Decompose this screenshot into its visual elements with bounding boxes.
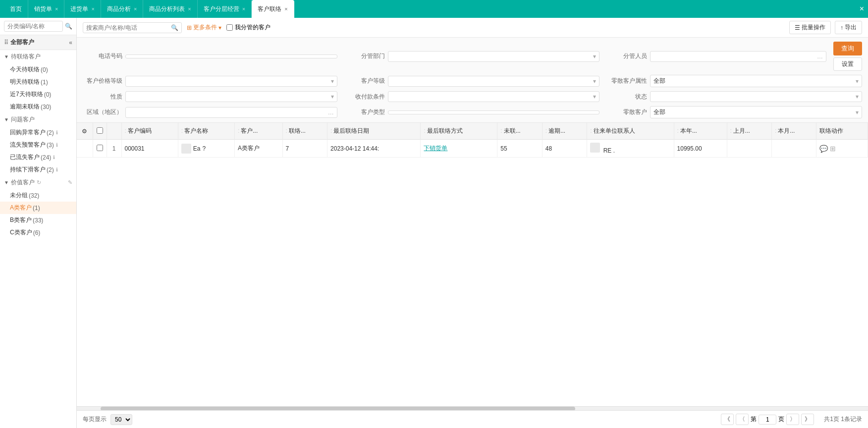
payment-select[interactable]: ▾	[388, 91, 600, 102]
sidebar-item-b-class[interactable]: B类客户 (33)	[0, 214, 76, 226]
filter-search-input[interactable]	[86, 24, 171, 31]
status-select[interactable]: ▾	[650, 91, 862, 102]
row-last-month	[727, 140, 771, 158]
page-end-label: 页	[778, 415, 784, 424]
info-icon-3[interactable]: ℹ	[53, 155, 55, 160]
tab-home[interactable]: 首页	[4, 0, 28, 18]
tab-sales[interactable]: 销货单 ×	[28, 0, 64, 18]
all-customers-header[interactable]: ⠿ 全部客户 «	[0, 35, 76, 50]
sidebar-item-near7[interactable]: 近7天待联络 (0)	[0, 88, 76, 101]
my-customers-check-input[interactable]	[226, 24, 233, 31]
region-select[interactable]: …	[125, 107, 337, 118]
sidebar-item-overdue[interactable]: 逾期未联络 (30)	[0, 101, 76, 113]
tab-sales-close[interactable]: ×	[55, 6, 58, 12]
retail-attr-select[interactable]: 全部 ▾	[650, 75, 862, 87]
customer-type-label: 客户类型	[345, 108, 385, 116]
filter-row-region: 区域（地区） …	[83, 106, 337, 118]
item-lost-count: (24)	[41, 154, 51, 161]
row-code: 000031	[121, 140, 178, 158]
row-no-contact: 55	[497, 140, 542, 158]
my-customers-label: 我分管的客户	[235, 23, 271, 32]
refresh-icon[interactable]: ↻	[37, 179, 41, 186]
filter-row-status: 状态 ▾	[607, 91, 862, 102]
tab-goods-list-close[interactable]: ×	[188, 6, 191, 12]
row-check[interactable]	[93, 140, 107, 158]
last-page-btn[interactable]: 》	[801, 414, 814, 425]
export-btn[interactable]: ↑ 导出	[835, 21, 862, 34]
tab-customer-contact[interactable]: 客户联络 ×	[252, 0, 294, 18]
page-size-select[interactable]: 50	[110, 414, 132, 425]
next-page-btn[interactable]: 〉	[786, 414, 799, 425]
last-method-link[interactable]: 下销货单	[424, 145, 447, 152]
sidebar-group-problem[interactable]: ▼ 问题客户	[0, 113, 76, 126]
phone-input[interactable]	[125, 54, 337, 58]
tab-goods-list[interactable]: 商品分析列表 ×	[143, 0, 197, 18]
price-level-select[interactable]: ▾	[125, 76, 337, 87]
query-btn[interactable]: 查询	[833, 42, 862, 55]
manager-select[interactable]: …	[650, 51, 826, 62]
row-last-method[interactable]: 下销货单	[421, 140, 497, 158]
row-checkbox[interactable]	[97, 145, 103, 151]
tab-purchase[interactable]: 进货单 ×	[64, 0, 101, 18]
tab-purchase-close[interactable]: ×	[91, 6, 94, 12]
batch-label: 批量操作	[802, 23, 825, 32]
collapse-icon[interactable]: «	[69, 39, 72, 46]
tab-goods-analysis-close[interactable]: ×	[134, 6, 137, 12]
col-gear[interactable]: ⚙	[77, 123, 93, 140]
item-tomorrow-label: 明天待联络	[10, 78, 40, 86]
customer-type-input[interactable]	[388, 110, 600, 114]
info-icon-1[interactable]: ℹ	[56, 130, 58, 135]
retail-customer-select[interactable]: 全部 ▾	[650, 106, 862, 118]
nature-select[interactable]: ▾	[125, 91, 337, 102]
edit-icon[interactable]: ✎	[68, 179, 72, 186]
col-name: :客户名称	[178, 123, 234, 140]
sidebar-item-today[interactable]: 今天待联络 (0)	[0, 63, 76, 76]
col-last-month: :上月...	[727, 123, 771, 140]
prev-page-btn[interactable]: 〈	[736, 414, 749, 425]
first-page-btn[interactable]: 《	[721, 414, 734, 425]
item-b-count: (33)	[33, 217, 43, 224]
col-check[interactable]	[93, 123, 107, 140]
filter-more-btn[interactable]: ⊞ 更多条件 ▾	[187, 23, 221, 32]
sidebar-item-persist-decline[interactable]: 持续下滑客户 (2) ℹ	[0, 163, 76, 176]
horizontal-scrollbar[interactable]	[77, 406, 868, 410]
row-actions: 💬 ⊞	[816, 140, 868, 158]
sidebar-item-tomorrow[interactable]: 明天待联络 (1)	[0, 76, 76, 88]
my-customers-checkbox[interactable]: 我分管的客户	[226, 23, 271, 32]
customer-level-select[interactable]: ▾	[388, 76, 600, 87]
status-chevron: ▾	[856, 93, 859, 100]
info-icon-4[interactable]: ℹ	[56, 167, 58, 172]
sidebar-search-input[interactable]	[4, 21, 63, 32]
tab-goods-analysis[interactable]: 商品分析 ×	[101, 0, 143, 18]
status-label: 状态	[607, 93, 647, 101]
info-icon-2[interactable]: ℹ	[56, 142, 58, 148]
sidebar-item-lost[interactable]: 已流失客户 (24) ℹ	[0, 151, 76, 163]
sidebar-item-c-class[interactable]: C类客户 (6)	[0, 226, 76, 239]
item-lost-pending-label: 流失预警客户	[10, 141, 46, 149]
dept-select[interactable]: ▾	[388, 51, 600, 62]
sidebar-item-repurchase[interactable]: 回购异常客户 (2) ℹ	[0, 126, 76, 139]
col-num	[107, 123, 121, 140]
col-code: :客户编码	[121, 123, 178, 140]
sidebar-item-unsorted[interactable]: 未分组 (32)	[0, 189, 76, 202]
sidebar-item-a-class[interactable]: A类客户 (1)	[0, 202, 76, 214]
page-input[interactable]	[759, 415, 776, 425]
close-all-icon[interactable]: ×	[860, 4, 864, 13]
sidebar-group-pending[interactable]: ▼ 待联络客户	[0, 50, 76, 63]
top-nav: 首页 销货单 × 进货单 × 商品分析 × 商品分析列表 × 客户分层经营 × …	[0, 0, 868, 18]
filter-search-icon[interactable]: 🔍	[171, 24, 178, 31]
chat-icon[interactable]: 💬	[819, 145, 828, 153]
tab-customer-contact-close[interactable]: ×	[284, 6, 287, 12]
page-size-label: 每页显示	[83, 415, 107, 424]
sidebar-search-icon[interactable]: 🔍	[65, 23, 72, 30]
sidebar-item-lost-pending[interactable]: 流失预警客户 (3) ℹ	[0, 139, 76, 151]
sidebar-search-area: 🔍	[0, 18, 76, 35]
grid-icon[interactable]: ⊞	[830, 145, 836, 153]
filter-row-manager: 分管人员 … 查询 设置	[607, 42, 862, 71]
tab-customer-segment[interactable]: 客户分层经营 ×	[198, 0, 252, 18]
batch-btn[interactable]: ☰ 批量操作	[789, 21, 831, 34]
settings-btn[interactable]: 设置	[833, 57, 862, 71]
tab-customer-segment-close[interactable]: ×	[242, 6, 245, 12]
sidebar-group-value[interactable]: ▼ 价值客户 ↻ ✎	[0, 176, 76, 189]
select-all-checkbox[interactable]	[97, 127, 103, 134]
